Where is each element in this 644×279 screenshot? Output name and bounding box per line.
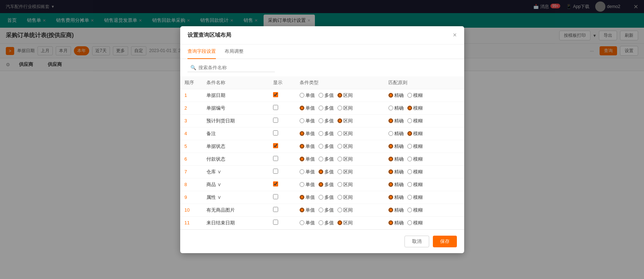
tab-layout-adjust[interactable]: 布局调整 [225, 44, 244, 59]
type-radio-区间[interactable]: 区间 [337, 169, 353, 175]
show-checkbox[interactable] [273, 118, 278, 123]
match-radio-精确[interactable]: 精确 [388, 194, 404, 201]
type-radio-多值[interactable]: 多值 [319, 194, 334, 201]
match-radio-模糊[interactable]: 模糊 [407, 143, 423, 150]
table-row: 9属性 ∨单值多值区间精确模糊 [180, 191, 464, 204]
row-type: 单值多值区间 [295, 102, 384, 114]
match-radio-精确[interactable]: 精确 [388, 181, 404, 188]
type-radio-区间[interactable]: 区间 [337, 181, 353, 188]
match-radio-模糊[interactable]: 模糊 [407, 220, 423, 226]
type-radio-多值[interactable]: 多值 [319, 130, 334, 137]
row-show[interactable] [269, 178, 295, 191]
show-checkbox[interactable] [273, 143, 278, 148]
type-radio-多值[interactable]: 多值 [319, 143, 334, 150]
show-checkbox[interactable] [273, 181, 278, 186]
type-radio-多值[interactable]: 多值 [319, 169, 334, 175]
type-radio-区间[interactable]: 区间 [337, 118, 353, 124]
type-radio-区间[interactable]: 区间 [337, 194, 353, 201]
match-radio-模糊[interactable]: 模糊 [407, 194, 423, 201]
match-radio-精确[interactable]: 精确 [388, 92, 404, 99]
match-radio-模糊[interactable]: 模糊 [407, 130, 423, 137]
row-name: 来日结束日期 [202, 216, 269, 229]
match-radio-精确[interactable]: 精确 [388, 207, 404, 213]
type-radio-单值[interactable]: 单值 [300, 207, 315, 213]
row-show[interactable] [269, 165, 295, 178]
show-checkbox[interactable] [273, 92, 278, 97]
match-radio-精确[interactable]: 精确 [388, 143, 404, 150]
tab-query-fields[interactable]: 查询字段设置 [187, 44, 216, 59]
type-radio-单值[interactable]: 单值 [300, 169, 315, 175]
type-radio-多值[interactable]: 多值 [319, 92, 334, 99]
type-radio-多值[interactable]: 多值 [319, 181, 334, 188]
type-radio-区间[interactable]: 区间 [337, 207, 353, 213]
show-checkbox[interactable] [273, 130, 278, 135]
table-row: 1单据日期单值多值区间精确模糊 [180, 89, 464, 102]
show-checkbox[interactable] [273, 169, 278, 174]
search-input[interactable] [198, 65, 271, 70]
type-radio-区间[interactable]: 区间 [337, 143, 353, 150]
match-radio-模糊[interactable]: 模糊 [407, 181, 423, 188]
type-radio-单值[interactable]: 单值 [300, 181, 315, 188]
show-checkbox[interactable] [273, 156, 278, 161]
show-checkbox[interactable] [273, 105, 278, 110]
row-show[interactable] [269, 216, 295, 229]
type-radio-单值[interactable]: 单值 [300, 105, 315, 111]
type-radio-单值[interactable]: 单值 [300, 194, 315, 201]
match-radio-精确[interactable]: 精确 [388, 105, 404, 111]
type-radio-区间[interactable]: 区间 [337, 220, 353, 226]
type-radio-多值[interactable]: 多值 [319, 118, 334, 124]
row-show[interactable] [269, 127, 295, 140]
type-radio-多值[interactable]: 多值 [319, 207, 334, 213]
type-radio-区间[interactable]: 区间 [337, 92, 353, 99]
type-radio-单值[interactable]: 单值 [300, 118, 315, 124]
dialog-close-button[interactable]: × [453, 31, 457, 39]
type-radio-单值[interactable]: 单值 [300, 220, 315, 226]
row-show[interactable] [269, 140, 295, 153]
save-button[interactable]: 保存 [433, 236, 457, 247]
type-radio-区间[interactable]: 区间 [337, 105, 353, 111]
row-match: 精确模糊 [384, 216, 464, 229]
row-match: 精确模糊 [384, 191, 464, 204]
type-radio-单值[interactable]: 单值 [300, 130, 315, 137]
row-order: 2 [180, 102, 202, 114]
show-checkbox[interactable] [273, 220, 278, 225]
type-radio-多值[interactable]: 多值 [319, 105, 334, 111]
match-radio-模糊[interactable]: 模糊 [407, 156, 423, 162]
cancel-button[interactable]: 取消 [404, 236, 429, 247]
row-show[interactable] [269, 153, 295, 165]
type-radio-单值[interactable]: 单值 [300, 156, 315, 162]
row-show[interactable] [269, 102, 295, 114]
match-radio-精确[interactable]: 精确 [388, 130, 404, 137]
show-checkbox[interactable] [273, 207, 278, 212]
match-radio-精确[interactable]: 精确 [388, 118, 404, 124]
type-radio-区间[interactable]: 区间 [337, 156, 353, 162]
type-radio-单值[interactable]: 单值 [300, 143, 315, 150]
match-radio-精确[interactable]: 精确 [388, 169, 404, 175]
row-show[interactable] [269, 191, 295, 204]
search-icon: 🔍 [190, 65, 196, 70]
match-radio-模糊[interactable]: 模糊 [407, 105, 423, 111]
table-row: 8商品 ∨单值多值区间精确模糊 [180, 178, 464, 191]
show-checkbox[interactable] [273, 194, 278, 199]
row-type: 单值多值区间 [295, 191, 384, 204]
row-show[interactable] [269, 204, 295, 216]
row-type: 单值多值区间 [295, 114, 384, 127]
match-radio-模糊[interactable]: 模糊 [407, 118, 423, 124]
table-row: 5单据状态单值多值区间精确模糊 [180, 140, 464, 153]
match-radio-模糊[interactable]: 模糊 [407, 169, 423, 175]
match-radio-模糊[interactable]: 模糊 [407, 92, 423, 99]
row-match: 精确模糊 [384, 165, 464, 178]
type-radio-单值[interactable]: 单值 [300, 92, 315, 99]
row-order: 9 [180, 191, 202, 204]
row-match: 精确模糊 [384, 102, 464, 114]
type-radio-区间[interactable]: 区间 [337, 130, 353, 137]
type-radio-多值[interactable]: 多值 [319, 220, 334, 226]
row-show[interactable] [269, 89, 295, 102]
row-match: 精确模糊 [384, 153, 464, 165]
row-type: 单值多值区间 [295, 127, 384, 140]
match-radio-精确[interactable]: 精确 [388, 156, 404, 162]
type-radio-多值[interactable]: 多值 [319, 156, 334, 162]
row-show[interactable] [269, 114, 295, 127]
match-radio-精确[interactable]: 精确 [388, 220, 404, 226]
match-radio-模糊[interactable]: 模糊 [407, 207, 423, 213]
